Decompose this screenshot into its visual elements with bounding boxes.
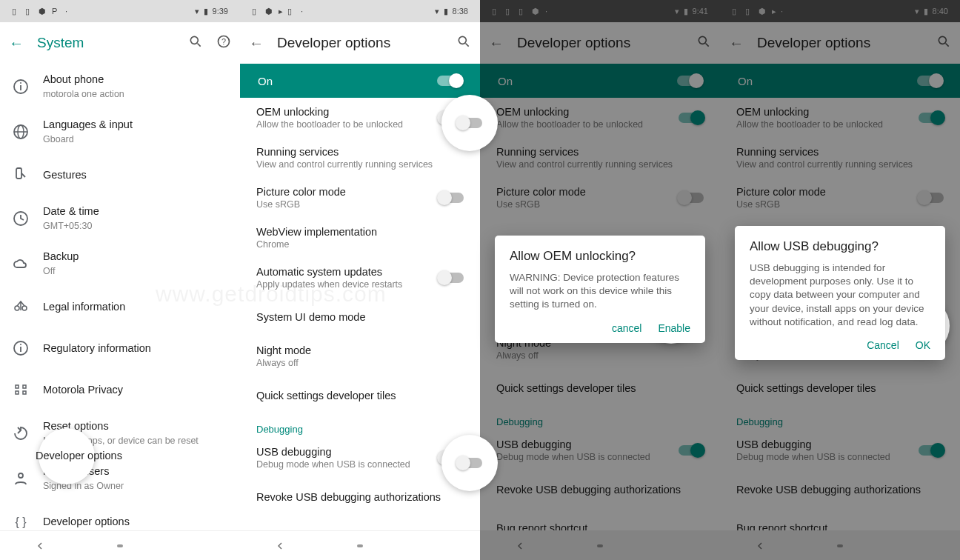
oem-toggle-highlighted[interactable] <box>457 118 482 128</box>
master-toggle-banner[interactable]: On <box>720 64 960 98</box>
dev-option-row[interactable]: OEM unlockingAllow the bootloader to be … <box>720 98 960 138</box>
nav-back-icon[interactable] <box>753 540 767 552</box>
dev-option-row[interactable]: Quick settings developer tiles <box>720 369 960 407</box>
dev-option-row[interactable]: Picture color modeUse sRGB <box>240 178 480 218</box>
toggle-switch[interactable] <box>679 113 704 123</box>
dev-option-row[interactable]: OEM unlockingAllow the bootloader to be … <box>480 98 720 138</box>
dev-option-row[interactable]: Quick settings developer tiles <box>480 369 720 407</box>
app-bar: ← Developer options <box>240 22 480 64</box>
option-subtitle: Use sRGB <box>496 199 670 210</box>
dev-option-row[interactable]: USB debuggingDebug mode when USB is conn… <box>720 430 960 470</box>
svg-line-1 <box>198 43 201 46</box>
setting-row[interactable]: Motorola Privacy <box>0 369 240 410</box>
toggle-switch[interactable] <box>919 193 944 203</box>
toggle-switch[interactable] <box>679 193 704 203</box>
back-button[interactable]: ← <box>9 35 24 52</box>
info-icon <box>12 78 30 96</box>
developer-options-highlighted[interactable]: Developer options <box>36 450 122 461</box>
play-icon: ▸ <box>772 7 776 16</box>
svg-point-21 <box>19 473 23 478</box>
nav-spacer <box>193 540 207 552</box>
ok-button[interactable]: OK <box>916 339 930 351</box>
toggle-switch[interactable] <box>919 445 944 456</box>
help-icon[interactable]: ? <box>216 34 231 53</box>
dev-option-row[interactable]: Bug report shortcut <box>720 509 960 530</box>
toggle-switch[interactable] <box>439 193 464 203</box>
svg-point-13 <box>22 306 27 310</box>
nav-home-icon[interactable] <box>113 540 127 552</box>
cancel-button[interactable]: Cancel <box>867 339 899 351</box>
nav-back-icon[interactable] <box>273 540 287 552</box>
nav-back-icon[interactable] <box>513 540 527 552</box>
dev-option-row[interactable]: Bug report shortcut <box>480 509 720 530</box>
master-toggle-banner[interactable]: On <box>480 64 720 98</box>
back-button[interactable]: ← <box>249 35 264 52</box>
master-toggle[interactable] <box>917 76 942 86</box>
dev-option-row[interactable]: Night modeAlways off <box>240 336 480 376</box>
section-header: Debugging <box>240 415 480 438</box>
dev-option-row[interactable]: Picture color modeUse sRGB <box>720 178 960 218</box>
master-toggle[interactable] <box>437 76 462 86</box>
search-icon[interactable] <box>936 34 951 53</box>
banner-label: On <box>738 75 753 87</box>
dev-option-row[interactable]: WebView implementationChrome <box>240 218 480 258</box>
dev-option-row[interactable]: USB debuggingDebug mode when USB is conn… <box>480 430 720 470</box>
enable-button[interactable]: Enable <box>658 322 690 334</box>
nav-home-icon[interactable] <box>833 540 847 552</box>
dev-option-row[interactable]: Running servicesView and control current… <box>240 138 480 178</box>
setting-row[interactable]: BackupOff <box>0 241 240 286</box>
setting-row[interactable]: Regulatory information <box>0 327 240 369</box>
setting-row[interactable]: About phonemotorola one action <box>0 64 240 109</box>
dev-option-row[interactable]: Revoke USB debugging authorizations <box>240 478 480 516</box>
setting-title: Languages & input <box>43 118 228 132</box>
dev-option-row[interactable]: Bug report shortcut <box>240 516 480 530</box>
dev-option-row[interactable]: Revoke USB debugging authorizations <box>480 470 720 509</box>
option-subtitle: Always off <box>256 358 464 368</box>
dev-option-row[interactable]: Running servicesView and control current… <box>720 138 960 178</box>
dev-option-row[interactable]: Running servicesView and control current… <box>480 138 720 178</box>
dev-option-row[interactable]: System UI demo mode <box>240 298 480 336</box>
oem-unlock-dialog: Allow OEM unlocking? WARNING: Device pro… <box>495 236 705 343</box>
nav-home-icon[interactable] <box>593 540 607 552</box>
setting-row[interactable]: Languages & inputGboard <box>0 109 240 154</box>
wifi-icon: ▾ <box>675 7 679 16</box>
setting-row[interactable]: Legal information <box>0 286 240 327</box>
master-toggle-banner[interactable]: On <box>240 64 480 98</box>
svg-point-16 <box>20 344 21 345</box>
globe-icon <box>12 123 30 141</box>
setting-row[interactable]: Date & timeGMT+05:30 <box>0 196 240 241</box>
toggle-switch[interactable] <box>679 445 704 456</box>
dev-option-row[interactable]: Picture color modeUse sRGB <box>480 178 720 218</box>
search-icon[interactable] <box>456 34 471 53</box>
setting-row[interactable]: Gestures <box>0 154 240 196</box>
option-subtitle: Debug mode when USB is connected <box>736 452 910 462</box>
setting-row[interactable]: Multiple usersSigned in as Owner <box>0 456 240 501</box>
option-title: Quick settings developer tiles <box>496 382 704 394</box>
nav-home-icon[interactable] <box>353 540 367 552</box>
usb-toggle-highlighted[interactable] <box>457 458 482 468</box>
notif-icon: ▯ <box>25 7 34 16</box>
setting-title: About phone <box>43 73 228 87</box>
more-icon: · <box>65 7 67 16</box>
svg-rect-10 <box>16 168 21 179</box>
nav-spacer <box>673 540 687 552</box>
nav-back-icon[interactable] <box>33 540 47 552</box>
svg-rect-33 <box>837 544 843 547</box>
master-toggle[interactable] <box>677 76 702 86</box>
search-icon[interactable] <box>188 34 203 53</box>
battery-icon: ▮ <box>444 7 448 16</box>
search-icon[interactable] <box>696 34 711 53</box>
toggle-switch[interactable] <box>919 113 944 123</box>
option-subtitle: Debug mode when USB is connected <box>496 452 670 462</box>
back-button[interactable]: ← <box>729 35 744 52</box>
option-subtitle: Use sRGB <box>256 199 430 210</box>
dev-option-row[interactable]: Revoke USB debugging authorizations <box>720 470 960 509</box>
cancel-button[interactable]: cancel <box>612 322 641 334</box>
setting-row[interactable]: { }Developer options <box>0 501 240 530</box>
toggle-switch[interactable] <box>439 273 464 283</box>
svg-rect-24 <box>117 544 123 547</box>
back-button[interactable]: ← <box>489 35 504 52</box>
dev-option-row[interactable]: Quick settings developer tiles <box>240 376 480 415</box>
dev-option-row[interactable]: Automatic system updatesApply updates wh… <box>240 258 480 298</box>
more-icon: · <box>781 7 783 16</box>
